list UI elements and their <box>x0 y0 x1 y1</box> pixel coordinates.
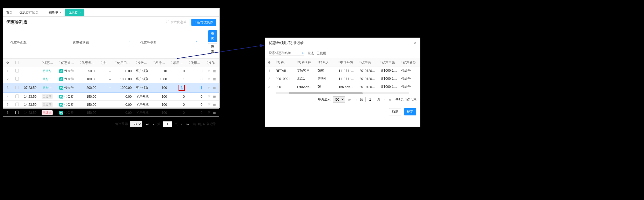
checkbox-header[interactable] <box>12 59 22 67</box>
row-checkbox[interactable] <box>12 83 22 93</box>
dialog-search-input[interactable] <box>269 51 302 55</box>
sort-icon[interactable]: ▴▾ <box>189 60 190 64</box>
tab-销货单[interactable]: 销货单× <box>45 9 65 16</box>
col-header[interactable]: ▴▾发放方式 <box>134 59 151 67</box>
col-header[interactable]: ▴▾优惠券类 <box>399 58 420 67</box>
col-header[interactable]: ▴▾优惠券类型 <box>57 59 78 67</box>
table-row[interactable]: 414 23:59已过期代代金券150.00--0.00客户领取10000⇱▦ <box>3 93 219 101</box>
gear-column[interactable]: ⚙ <box>265 58 274 67</box>
sort-icon[interactable]: ▴▾ <box>207 60 208 64</box>
table-row[interactable]: 3000117666666666张156 6666 6...2019120 70… <box>265 83 420 91</box>
used-link[interactable]: 1 <box>201 86 202 90</box>
col-header[interactable]: ▴▾使用门槛... <box>113 59 134 67</box>
filter-status-select[interactable]: ˇ <box>92 41 130 45</box>
close-icon[interactable]: × <box>414 41 416 45</box>
col-header[interactable]: ▴▾折扣% <box>99 59 113 67</box>
sort-icon[interactable]: ▴▾ <box>42 60 43 64</box>
gear-column[interactable]: ⚙ <box>3 59 12 67</box>
table-row[interactable]: 1RETAIL...零散客户张三111111111112019120 70...… <box>265 67 420 75</box>
pager-prev-icon[interactable]: ‹ <box>355 98 358 101</box>
add-coupon-button[interactable]: + 新增优惠券 <box>191 19 216 26</box>
table-row[interactable]: 714 23:59待发布代代金券150.00--0.00客户领取10000⇱▦ <box>3 117 219 119</box>
col-header[interactable]: ▴▾联系人 <box>315 58 336 67</box>
tab-首页[interactable]: 首页 <box>3 9 16 16</box>
sort-icon[interactable]: ▴▾ <box>115 60 117 64</box>
sort-icon[interactable]: ▴▾ <box>154 60 155 64</box>
cancel-button[interactable]: 取消 <box>389 108 401 115</box>
row-checkbox[interactable] <box>12 67 22 75</box>
qrcode-icon[interactable]: ▦ <box>213 103 216 107</box>
horizontal-scrollbar[interactable] <box>276 92 409 94</box>
dialog-per-page-select[interactable]: 50 <box>333 96 345 103</box>
pager-last-icon[interactable]: ⏭ <box>185 122 191 126</box>
table-row[interactable]: 514 23:59已过期代代金券150.00--0.00客户领取10000⇱▦ <box>3 101 219 109</box>
col-header[interactable]: ▴▾发行数量 <box>151 59 169 67</box>
tab-优惠券[interactable]: 优惠券× <box>65 9 85 16</box>
close-icon[interactable]: × <box>40 11 42 14</box>
col-header[interactable]: ▴▾优惠码 <box>357 58 378 67</box>
search-icon[interactable]: ⌕ <box>302 51 304 55</box>
table-row[interactable]: 2执行中代代金券100.00--1000.00客户领取100010⇱▦ <box>3 75 219 83</box>
sort-icon[interactable]: ▴▾ <box>136 60 137 64</box>
col-header[interactable]: ▴▾领用数量 <box>169 59 187 67</box>
dialog-state-value[interactable]: 已使用 <box>316 51 326 56</box>
sort-icon[interactable]: ▴▾ <box>401 60 402 64</box>
pager-first-icon[interactable]: ⏮ <box>144 122 150 126</box>
qrcode-icon[interactable]: ▦ <box>213 95 216 99</box>
col-header[interactable]: ▴▾优惠主题 <box>378 58 399 67</box>
qrcode-icon[interactable]: ▦ <box>213 69 216 73</box>
table-row[interactable]: 614 23:59已终止代代金券150.00--0.00客户领取10000⇱▦ <box>3 109 219 117</box>
sort-icon[interactable]: ▴▾ <box>276 60 277 64</box>
sort-icon[interactable]: ▴▾ <box>59 60 60 64</box>
settings-button[interactable]: 设置 <box>208 43 217 55</box>
row-checkbox[interactable] <box>12 75 22 83</box>
tab-优惠券详情页[interactable]: 优惠券详情页× <box>16 9 45 16</box>
row-checkbox[interactable] <box>12 93 22 101</box>
confirm-button[interactable]: 确定 <box>404 108 416 115</box>
table-row[interactable]: 1待执行代代金券50.00--0.00客户领取1000⇱▦ <box>3 67 219 75</box>
col-header[interactable]: ▴▾电话号码 <box>336 58 357 67</box>
table-row[interactable]: 200010001北京1唐先生111111111112019120 70...满… <box>265 75 420 83</box>
col-header[interactable]: ▴▾使用数量 <box>187 59 205 67</box>
filter-type-select[interactable]: ˇ <box>160 41 197 45</box>
used-cell: 0 <box>187 93 205 101</box>
pager-last-icon[interactable]: ⏭ <box>388 98 393 101</box>
dialog-page-input[interactable] <box>365 97 375 102</box>
qrcode-icon[interactable]: ▦ <box>213 111 216 115</box>
qrcode-icon[interactable]: ▦ <box>213 86 216 90</box>
chevron-down-icon[interactable]: ˇ <box>350 52 351 55</box>
col-header[interactable]: ▴▾客户名称 <box>294 58 315 67</box>
share-icon[interactable]: ⇱ <box>207 69 211 73</box>
close-icon[interactable]: × <box>60 11 61 14</box>
claimed-link[interactable]: 3 <box>181 86 183 90</box>
sort-icon[interactable]: ▴▾ <box>297 60 298 64</box>
table-row[interactable]: 307 23:59执行中代代金券200.00--1000.00客户领取10031… <box>3 83 219 93</box>
col-header[interactable]: ▴▾优惠券状态 <box>39 59 57 67</box>
share-icon[interactable]: ⇱ <box>207 77 211 81</box>
row-checkbox[interactable] <box>12 109 22 117</box>
row-checkbox[interactable] <box>12 101 22 109</box>
col-header[interactable]: ▴▾操作 <box>205 59 219 67</box>
sort-icon[interactable]: ▴▾ <box>339 60 340 64</box>
pager-next-icon[interactable]: › <box>383 98 386 101</box>
col-header[interactable]: ▴▾优惠券面值 <box>78 59 99 67</box>
qrcode-icon[interactable]: ▦ <box>213 77 216 81</box>
sort-icon[interactable]: ▴▾ <box>359 60 361 64</box>
sort-icon[interactable]: ▴▾ <box>171 60 172 64</box>
pager-first-icon[interactable]: ⏮ <box>347 98 352 101</box>
row-checkbox[interactable] <box>12 117 22 119</box>
sort-icon[interactable]: ▴▾ <box>318 60 319 64</box>
sort-icon[interactable]: ▴▾ <box>101 60 102 64</box>
per-page-select[interactable]: 50 <box>130 121 142 127</box>
col-header[interactable]: ▴▾客户... <box>274 58 294 67</box>
search-button[interactable]: 查询 <box>208 30 217 42</box>
filter-name-input[interactable] <box>30 41 62 45</box>
sort-icon[interactable]: ▴▾ <box>380 60 381 64</box>
pager-prev-icon[interactable]: ‹ <box>152 122 155 126</box>
page-input[interactable] <box>163 121 172 127</box>
close-icon[interactable]: × <box>79 11 81 14</box>
share-icon[interactable]: ⇱ <box>207 86 211 90</box>
dialog-search[interactable]: ⌕ <box>269 51 304 56</box>
pager-next-icon[interactable]: › <box>180 122 183 126</box>
sort-icon[interactable]: ▴▾ <box>80 60 81 64</box>
